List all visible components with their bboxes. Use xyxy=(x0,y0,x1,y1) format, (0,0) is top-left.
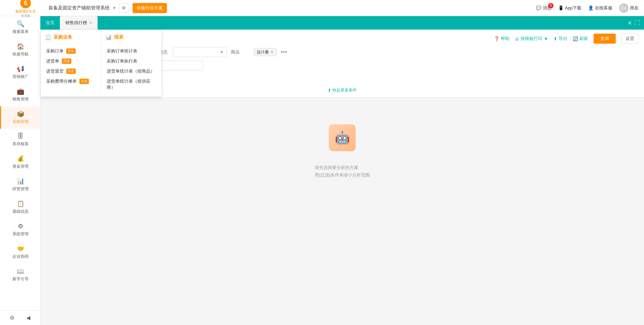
title-arrow-icon[interactable]: ▼ xyxy=(112,6,116,10)
export-button[interactable]: ⬆ 导出 xyxy=(553,36,567,42)
tab-home-label: 首页 xyxy=(46,20,55,26)
sidebar-label-system: 系统管理 xyxy=(12,231,29,237)
order-exec-label: 采购订单执行表 xyxy=(107,58,137,64)
tab-maximize-button[interactable]: ⛶ xyxy=(635,20,640,26)
dropdown-item-incoming[interactable]: 进货单 历史 xyxy=(45,56,97,66)
service-label: 在线客服 xyxy=(595,5,612,11)
expense-label: 采购费用分摊单 xyxy=(46,78,77,84)
purchase-col-icon: 🧾 xyxy=(45,34,51,41)
user-button[interactable]: Ea 用友 xyxy=(619,3,639,13)
sidebar-collapse-button[interactable]: ◀ xyxy=(26,315,30,321)
sidebar-item-system[interactable]: ⚙ 系统管理 xyxy=(0,218,40,241)
industry-button[interactable]: 体验行业方案 xyxy=(133,3,167,13)
home-icon: 🏠 xyxy=(17,43,24,50)
book-icon: 📖 xyxy=(17,268,24,275)
logo-text: 畅捷通好生意 xyxy=(15,9,36,14)
incoming-history-badge[interactable]: 历史 xyxy=(62,58,71,64)
refresh-button[interactable]: 🔄 刷新 xyxy=(573,36,588,42)
tab-right-actions: ✕ ⛶ xyxy=(628,20,644,26)
expense-history-badge[interactable]: 历史 xyxy=(79,79,89,84)
sidebar-label-search: 搜索菜单 xyxy=(12,29,29,35)
top-right-area: 💬 消息 9 📱 App下载 👤 在线客服 Ea 用友 xyxy=(536,3,639,13)
dropdown-item-expense[interactable]: 采购费用分摊单 历史 xyxy=(45,76,97,86)
sidebar-item-sales[interactable]: 💼 销售管理 xyxy=(0,84,40,106)
tab-sales-ranking-label: 销售排行榜 xyxy=(65,20,87,26)
clipboard-icon: 📋 xyxy=(17,200,24,207)
sidebar-label-quicknav: 快捷导航 xyxy=(12,51,29,57)
incoming-supplier-label: 进货单统计表（按供应商） xyxy=(107,78,156,90)
return-label: 进货退货 xyxy=(46,68,64,74)
sidebar-item-operation[interactable]: 📊 经营管理 xyxy=(0,173,40,196)
export-icon: ⬆ xyxy=(553,36,557,41)
dropdown-divider xyxy=(101,34,101,92)
sidebar-label-marketing: 营销推广 xyxy=(12,74,29,80)
logo-area: 6 畅捷通好生意 标准版 xyxy=(5,0,46,18)
report-col-icon: 📊 xyxy=(105,34,112,41)
tab-home[interactable]: 首页 xyxy=(40,16,60,30)
dropdown-item-incoming-goods[interactable]: 进货单统计表（按商品） xyxy=(105,66,157,76)
refresh-icon: 🔄 xyxy=(573,36,578,41)
sidebar-label-guide: 新手引导 xyxy=(12,276,29,282)
sidebar-item-enterprise[interactable]: 🤝 企业协同 xyxy=(0,241,40,263)
print-icon: 🖨 xyxy=(515,36,519,41)
search-button[interactable]: 查询 xyxy=(594,34,616,44)
dropdown-item-purchase-order[interactable]: 采购订单 历史 xyxy=(45,46,97,56)
sidebar-item-baseinfo[interactable]: 📋 基础信息 xyxy=(0,196,40,218)
message-button[interactable]: 💬 消息 9 xyxy=(536,5,551,11)
dropdown-item-order-stat[interactable]: 采购订单统计表 xyxy=(105,46,157,56)
empty-hint1: 请先选择要分析的方案 xyxy=(315,165,369,171)
purchase-order-history-badge[interactable]: 历史 xyxy=(66,48,76,54)
settings-icon: ⚙ xyxy=(122,5,126,10)
sidebar-item-finance[interactable]: 💰 资金管理 xyxy=(0,151,40,173)
goods-more-icon[interactable]: ••• xyxy=(281,49,287,56)
dropdown-item-incoming-supplier[interactable]: 进货单统计表（按供应商） xyxy=(105,76,157,92)
sidebar-label-sales: 销售管理 xyxy=(12,96,29,102)
user-avatar-text: Ea xyxy=(621,6,627,10)
purchase-col-header: 🧾 采购业务 xyxy=(45,34,97,43)
chart-icon: 📊 xyxy=(17,177,24,185)
tab-close-button[interactable]: ✕ xyxy=(628,20,632,26)
message-icon: 💬 xyxy=(536,5,541,10)
dropdown-item-order-exec[interactable]: 采购订单执行表 xyxy=(105,56,157,66)
app-icon: 📱 xyxy=(558,5,564,10)
print-arrow-icon: ▼ xyxy=(544,36,548,41)
sidebar-item-quicknav[interactable]: 🏠 快捷导航 xyxy=(0,39,40,61)
doc-status-select[interactable]: ▼ xyxy=(173,47,227,57)
filter-settings-button[interactable]: 设置 xyxy=(621,34,639,44)
sidebar-item-inventory[interactable]: 🗄 库存核算 xyxy=(0,129,40,151)
sidebar-item-guide[interactable]: 📖 新手引导 xyxy=(0,263,40,286)
system-title: 装备及固定资产辅助管理系统 ▼ xyxy=(48,5,116,11)
dropdown-item-return[interactable]: 进货退货 历史 xyxy=(45,66,97,76)
sidebar-label-purchase: 采购管理 xyxy=(12,119,29,125)
money-icon: 💰 xyxy=(17,155,24,162)
refresh-label: 刷新 xyxy=(579,36,588,42)
sidebar-settings-button[interactable]: ⚙ xyxy=(10,315,14,321)
sidebar-item-purchase[interactable]: 📦 采购管理 xyxy=(0,106,40,129)
print-button[interactable]: 🖨 按模板打印 ▼ xyxy=(515,36,548,42)
tab-close-icon[interactable]: ✕ xyxy=(89,21,92,25)
service-icon: 👤 xyxy=(588,5,594,10)
sidebar-item-marketing[interactable]: 📢 营销推广 xyxy=(0,61,40,84)
gear-icon: ⚙ xyxy=(18,222,23,230)
sidebar-item-search[interactable]: 🔍 搜索菜单 xyxy=(0,16,40,39)
purchase-dropdown-col: 🧾 采购业务 采购订单 历史 进货单 历史 进货退货 历史 采购费用分摊单 历史 xyxy=(45,34,97,92)
print-label: 按模板打印 xyxy=(521,36,542,42)
report-col-header: 📊 报表 xyxy=(105,34,157,43)
incoming-goods-label: 进货单统计表（按商品） xyxy=(107,68,155,74)
app-label: App下载 xyxy=(565,5,581,11)
collapse-label: 收起更多条件 xyxy=(332,87,357,93)
online-service-button[interactable]: 👤 在线客服 xyxy=(588,5,612,11)
sidebar-label-enterprise: 企业协同 xyxy=(12,254,29,259)
help-label: 帮助 xyxy=(501,36,509,42)
settings-button[interactable]: ⚙ xyxy=(119,3,129,13)
return-history-badge[interactable]: 历史 xyxy=(66,69,76,74)
app-download-button[interactable]: 📱 App下载 xyxy=(558,5,581,11)
help-button[interactable]: ❓ 帮助 xyxy=(494,36,509,42)
logo-sub: 标准版 xyxy=(21,14,30,18)
collapse-button[interactable]: ⬆ 收起更多条件 xyxy=(328,87,357,93)
goods-tag[interactable]: 设计桑 ✕ xyxy=(254,48,277,56)
tab-sales-ranking[interactable]: 销售排行榜 ✕ xyxy=(60,16,98,30)
goods-tag-close-icon[interactable]: ✕ xyxy=(270,50,274,54)
purchase-col-title: 采购业务 xyxy=(53,34,72,40)
message-badge: 9 xyxy=(548,3,553,8)
